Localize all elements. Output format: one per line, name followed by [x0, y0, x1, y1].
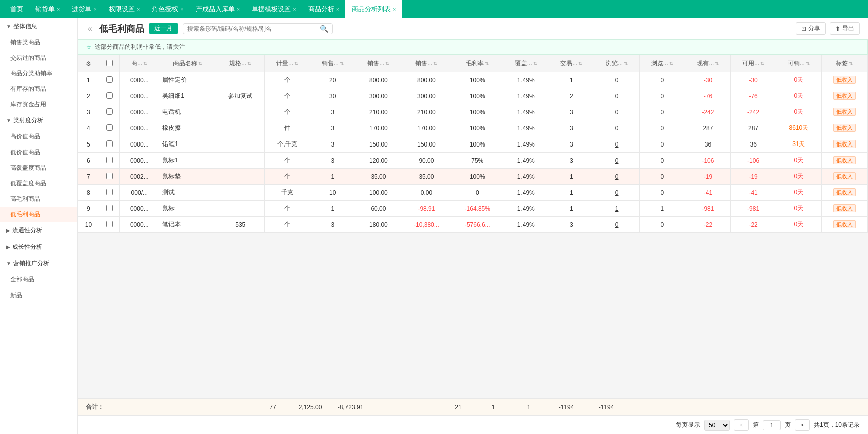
sidebar-group-growth[interactable]: ▶ 成长性分析: [0, 239, 77, 255]
nav-home[interactable]: 首页: [4, 0, 29, 18]
search-icon[interactable]: 🔍: [320, 25, 328, 33]
row-select-checkbox[interactable]: [106, 173, 113, 179]
row-browse1[interactable]: 0: [594, 185, 640, 201]
row-select-checkbox[interactable]: [106, 189, 113, 195]
sidebar-item-sales-goods[interactable]: 销售类商品: [0, 35, 77, 50]
row-name[interactable]: 鼠标垫: [159, 169, 216, 185]
row-select-checkbox[interactable]: [106, 157, 113, 163]
sales-price-col-header[interactable]: 销售...⇅: [356, 55, 401, 72]
row-name[interactable]: 笔记本: [159, 217, 216, 233]
sidebar-item-new-goods[interactable]: 新品: [0, 287, 77, 303]
time-filter-button[interactable]: 近一月: [149, 23, 178, 34]
row-name[interactable]: 铅笔1: [159, 136, 216, 153]
row-checkbox[interactable]: [99, 153, 119, 169]
row-select-checkbox[interactable]: [106, 140, 113, 147]
share-button[interactable]: ⊡ 分享: [796, 22, 826, 35]
row-select-checkbox[interactable]: [106, 205, 113, 211]
sidebar-item-low-value[interactable]: 低价值商品: [0, 144, 77, 160]
collapse-button[interactable]: «: [86, 24, 94, 33]
search-input[interactable]: [187, 25, 320, 32]
row-select-checkbox[interactable]: [106, 108, 113, 115]
sidebar-group-value[interactable]: ▼ 类射度分析: [0, 112, 77, 129]
nav-product-in[interactable]: 产成品入库单 ×: [190, 0, 246, 18]
name-col-header[interactable]: 商品名称⇅: [159, 55, 216, 72]
close-icon[interactable]: ×: [336, 6, 339, 12]
sidebar-item-high-value[interactable]: 高价值商品: [0, 129, 77, 144]
row-checkbox[interactable]: [99, 185, 119, 201]
nav-goods-analysis-list[interactable]: 商品分析列表 ×: [345, 0, 402, 18]
nav-template[interactable]: 单据模板设置 ×: [246, 0, 302, 18]
row-name[interactable]: 橡皮擦: [159, 120, 216, 136]
current-stock-col-header[interactable]: 现有...⇅: [685, 55, 731, 72]
row-checkbox[interactable]: [99, 217, 119, 233]
browse1-col-header[interactable]: 浏览...⇅: [594, 55, 640, 72]
row-browse1[interactable]: 0: [594, 88, 640, 104]
saleable-col-header[interactable]: 可销...⇅: [776, 55, 821, 72]
row-checkbox[interactable]: [99, 120, 119, 136]
sidebar-item-low-margin[interactable]: 低毛利商品: [0, 207, 77, 222]
row-select-checkbox[interactable]: [106, 76, 113, 83]
row-name[interactable]: 测试: [159, 185, 216, 201]
coverage-col-header[interactable]: 覆盖...⇅: [503, 55, 549, 72]
close-icon[interactable]: ×: [293, 6, 296, 12]
sidebar-item-category-rate[interactable]: 商品分类助销率: [0, 66, 77, 81]
row-browse1[interactable]: 0: [594, 136, 640, 153]
row-name[interactable]: 鼠标1: [159, 153, 216, 169]
row-checkbox[interactable]: [99, 88, 119, 104]
browse2-col-header[interactable]: 浏览...⇅: [639, 55, 685, 72]
sidebar-item-high-margin[interactable]: 高毛利商品: [0, 191, 77, 207]
row-checkbox[interactable]: [99, 104, 119, 120]
close-icon[interactable]: ×: [180, 6, 183, 12]
export-button[interactable]: ⬆ 导出: [830, 22, 860, 35]
unit-col-header[interactable]: 计量...⇅: [265, 55, 310, 72]
row-name[interactable]: 吴细细1: [159, 88, 216, 104]
close-icon[interactable]: ×: [137, 6, 140, 12]
trade-col-header[interactable]: 交易...⇅: [549, 55, 594, 72]
sales-qty-col-header[interactable]: 销售...⇅: [310, 55, 356, 72]
row-browse1[interactable]: 1: [594, 201, 640, 217]
row-name[interactable]: 鼠标: [159, 201, 216, 217]
sidebar-item-capital[interactable]: 库存资金占用: [0, 97, 77, 112]
sidebar-item-all-goods[interactable]: 全部商品: [0, 272, 77, 287]
tag-col-header[interactable]: 标签⇅: [821, 55, 867, 72]
gross-margin-col-header[interactable]: 毛利率⇅: [452, 55, 503, 72]
row-browse1[interactable]: 0: [594, 104, 640, 120]
row-select-checkbox[interactable]: [106, 92, 113, 99]
prev-page-button[interactable]: ＜: [734, 419, 749, 431]
checkbox-col-header[interactable]: [99, 55, 119, 72]
nav-role[interactable]: 角色授权 ×: [146, 0, 189, 18]
settings-col-header[interactable]: ⚙: [78, 55, 99, 72]
row-browse1[interactable]: 0: [594, 217, 640, 233]
row-browse1[interactable]: 0: [594, 120, 640, 136]
sidebar-item-stock-goods[interactable]: 有库存的商品: [0, 81, 77, 97]
code-col-header[interactable]: 商...⇅: [120, 55, 159, 72]
per-page-select[interactable]: 50 100 200: [704, 420, 730, 431]
nav-sales[interactable]: 销货单 ×: [29, 0, 66, 18]
close-icon[interactable]: ×: [57, 6, 60, 12]
sidebar-group-overall[interactable]: ▼ 整体信息: [0, 18, 77, 35]
sidebar-item-traded-goods[interactable]: 交易过的商品: [0, 50, 77, 66]
spec-col-header[interactable]: 规格...⇅: [216, 55, 265, 72]
page-number-input[interactable]: [763, 420, 781, 430]
next-page-button[interactable]: ＞: [795, 419, 810, 431]
row-select-checkbox[interactable]: [106, 221, 113, 227]
sidebar-item-low-coverage[interactable]: 低覆盖度商品: [0, 176, 77, 191]
row-checkbox[interactable]: [99, 201, 119, 217]
select-all-checkbox[interactable]: [106, 60, 113, 66]
row-name[interactable]: 电话机: [159, 104, 216, 120]
close-icon[interactable]: ×: [393, 6, 396, 12]
row-browse1[interactable]: 0: [594, 153, 640, 169]
row-name[interactable]: 属性定价: [159, 72, 216, 88]
nav-permission[interactable]: 权限设置 ×: [103, 0, 146, 18]
sidebar-item-high-coverage[interactable]: 高覆盖度商品: [0, 160, 77, 176]
row-checkbox[interactable]: [99, 136, 119, 153]
available-col-header[interactable]: 可用...⇅: [731, 55, 776, 72]
row-select-checkbox[interactable]: [106, 124, 113, 131]
close-icon[interactable]: ×: [93, 6, 96, 12]
nav-purchase[interactable]: 进货单 ×: [66, 0, 102, 18]
row-checkbox[interactable]: [99, 72, 119, 88]
row-checkbox[interactable]: [99, 169, 119, 185]
sales-amount-col-header[interactable]: 销售...⇅: [401, 55, 452, 72]
row-browse1[interactable]: 0: [594, 169, 640, 185]
sidebar-group-flow[interactable]: ▶ 流通性分析: [0, 222, 77, 239]
